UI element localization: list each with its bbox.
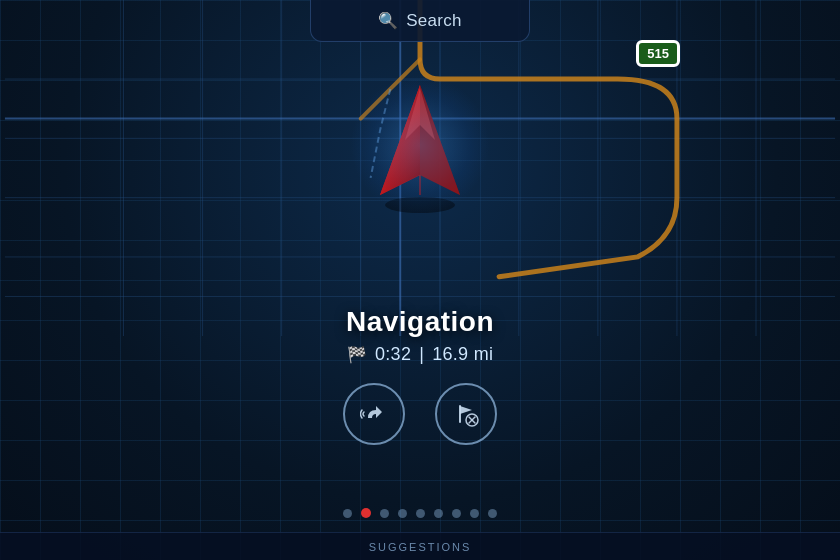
arrow-glow (350, 75, 490, 215)
dot-5[interactable] (434, 509, 443, 518)
search-label: Search (406, 11, 462, 31)
pagination-dots (343, 508, 497, 518)
search-button[interactable]: 🔍 Search (310, 0, 530, 42)
dot-8[interactable] (488, 509, 497, 518)
dot-1[interactable] (361, 508, 371, 518)
stats-separator: | (419, 344, 424, 365)
info-section: Navigation 🏁 0:32 | 16.9 mi (270, 306, 570, 465)
action-buttons (270, 383, 570, 445)
dot-6[interactable] (452, 509, 461, 518)
highway-sign: 515 (636, 40, 680, 67)
dot-4[interactable] (416, 509, 425, 518)
svg-marker-24 (460, 406, 472, 414)
mute-button[interactable] (343, 383, 405, 445)
dot-7[interactable] (470, 509, 479, 518)
dot-2[interactable] (380, 509, 389, 518)
dot-3[interactable] (398, 509, 407, 518)
cancel-route-button[interactable] (435, 383, 497, 445)
nav-distance: 16.9 mi (432, 344, 493, 365)
cancel-route-icon (452, 400, 480, 428)
dot-0[interactable] (343, 509, 352, 518)
suggestions-bar[interactable]: SUGGESTIONS (0, 532, 840, 560)
flag-icon: 🏁 (347, 345, 367, 364)
nav-eta: 0:32 (375, 344, 411, 365)
nav-title: Navigation (270, 306, 570, 338)
navigation-arrow-container (340, 55, 500, 235)
highway-number: 515 (647, 46, 669, 61)
mute-icon (360, 400, 388, 428)
search-icon: 🔍 (378, 11, 398, 30)
nav-stats: 🏁 0:32 | 16.9 mi (270, 344, 570, 365)
suggestions-label: SUGGESTIONS (369, 541, 472, 553)
